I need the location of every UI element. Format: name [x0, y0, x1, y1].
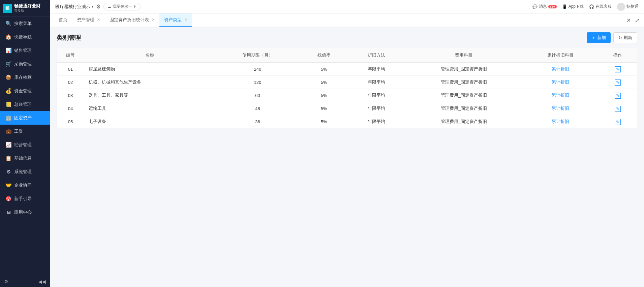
- tabbar: 首页 资产管理 ✕ 固定资产折旧统计表 ✕ 资产类型 ✕ ✕ ⤢: [50, 13, 644, 27]
- refresh-button[interactable]: ↻ 刷新: [613, 32, 637, 43]
- cell-period: 120: [215, 76, 300, 89]
- cell-method: 年限平均: [348, 76, 405, 89]
- sidebar-item-inventory[interactable]: 📦 库存核算: [0, 71, 50, 84]
- table-row: 02 机器、机械和其他生产设备 120 5% 年限平均 管理费用_固定资产折旧 …: [57, 76, 637, 89]
- cell-code: 04: [57, 102, 84, 115]
- sidebar-item-quicknav[interactable]: 🏠 快捷导航: [0, 30, 50, 44]
- cell-action[interactable]: ✎: [599, 89, 637, 102]
- sidebar-item-basic[interactable]: 📋 基础信息: [0, 152, 50, 165]
- message-button[interactable]: 💬 消息 99+: [532, 4, 557, 9]
- cell-action[interactable]: ✎: [599, 76, 637, 89]
- cell-accumulated: 累计折旧: [523, 102, 598, 115]
- cell-period: 36: [215, 115, 300, 128]
- table-row: 05 电子设备 36 5% 年限平均 管理费用_固定资产折旧 累计折旧 ✎: [57, 115, 637, 128]
- sidebar-item-fixed[interactable]: 🏢 固定资产: [0, 111, 50, 125]
- sidebar-nav: 🔍 搜索菜单 🏠 快捷导航 📊 销售管理 🛒 采购管理 📦 库存核算 💰 资金管…: [0, 17, 50, 276]
- sidebar-item-label: 企业协同: [14, 182, 32, 188]
- cell-name: 运输工具: [84, 102, 215, 115]
- phone-icon: 📱: [562, 4, 567, 9]
- sidebar-item-ledger[interactable]: 📒 总账管理: [0, 98, 50, 111]
- sidebar-item-label: 库存核算: [14, 74, 32, 81]
- apps-icon: 🖥: [5, 209, 11, 215]
- tab-asset-management[interactable]: 资产管理 ✕: [72, 13, 105, 27]
- cell-expense: 管理费用_固定资产折旧: [405, 115, 523, 128]
- edit-icon[interactable]: ✎: [615, 79, 621, 86]
- experience-button[interactable]: ☁ 我要体验一下: [103, 3, 141, 10]
- sidebar-item-funds[interactable]: 💰 资金管理: [0, 84, 50, 98]
- cell-expense: 管理费用_固定资产折旧: [405, 102, 523, 115]
- sidebar-settings-icon[interactable]: ⚙: [4, 279, 8, 284]
- customer-service-button[interactable]: 🎧 在线客服: [589, 4, 612, 9]
- cell-accumulated: 累计折旧: [523, 89, 598, 102]
- cell-method: 年限平均: [348, 63, 405, 76]
- edit-icon[interactable]: ✎: [615, 93, 621, 99]
- cell-residual: 5%: [300, 76, 348, 89]
- cell-action[interactable]: ✎: [599, 102, 637, 115]
- cell-expense: 管理费用_固定资产折旧: [405, 63, 523, 76]
- sidebar-item-payroll[interactable]: 💼 工资: [0, 125, 50, 138]
- edit-icon[interactable]: ✎: [615, 66, 621, 72]
- sidebar-item-apps[interactable]: 🖥 应用中心: [0, 205, 50, 219]
- sidebar-item-system[interactable]: ⚙ 系统管理: [0, 165, 50, 179]
- cell-accumulated: 累计折旧: [523, 76, 598, 89]
- sidebar-item-purchase[interactable]: 🛒 采购管理: [0, 57, 50, 71]
- col-name: 名称: [84, 48, 215, 63]
- payroll-icon: 💼: [5, 128, 11, 134]
- sidebar-item-label: 采购管理: [14, 61, 32, 67]
- message-icon: 💬: [532, 4, 538, 9]
- user-menu[interactable]: 畅捷通: [617, 3, 639, 11]
- tabbar-actions: ✕ ⤢: [626, 16, 640, 24]
- tab-asset-management-close[interactable]: ✕: [97, 18, 100, 22]
- cell-action[interactable]: ✎: [599, 115, 637, 128]
- cloud-icon: ☁: [107, 4, 111, 9]
- sidebar-item-label: 搜索菜单: [14, 21, 32, 27]
- company-name: 医疗器械行业演示: [55, 4, 90, 10]
- username-label: 畅捷通: [626, 4, 639, 9]
- customer-service-label: 在线客服: [595, 4, 612, 9]
- cell-period: 60: [215, 89, 300, 102]
- tab-home[interactable]: 首页: [54, 13, 72, 27]
- tab-close-icon[interactable]: ✕: [626, 16, 632, 24]
- tab-depreciation-stats-close[interactable]: ✕: [152, 18, 155, 22]
- fixed-icon: 🏢: [5, 115, 11, 121]
- cell-code: 01: [57, 63, 84, 76]
- tab-expand-icon[interactable]: ⤢: [634, 16, 640, 24]
- topbar-settings-icon[interactable]: ⚙: [96, 3, 101, 10]
- chevron-down-icon: ▾: [92, 5, 93, 8]
- cell-action[interactable]: ✎: [599, 63, 637, 76]
- col-accumulated: 累计折旧科目: [523, 48, 598, 63]
- cell-name: 器具、工具、家具等: [84, 89, 215, 102]
- headset-icon: 🎧: [589, 4, 594, 9]
- refresh-button-label: 刷新: [623, 35, 632, 41]
- avatar: [617, 3, 625, 11]
- plus-icon: ＋: [591, 35, 596, 41]
- sidebar-item-guide[interactable]: 🎯 新手引导: [0, 192, 50, 205]
- cell-name: 房屋及建筑物: [84, 63, 215, 76]
- sidebar-item-collab[interactable]: 🤝 企业协同: [0, 179, 50, 192]
- cell-period: 48: [215, 102, 300, 115]
- sidebar-item-label: 应用中心: [14, 209, 32, 215]
- edit-icon[interactable]: ✎: [615, 106, 621, 112]
- tab-depreciation-stats[interactable]: 固定资产折旧统计表 ✕: [105, 13, 159, 27]
- sidebar-item-sales[interactable]: 📊 销售管理: [0, 44, 50, 57]
- inventory-icon: 📦: [5, 74, 11, 81]
- cell-accumulated: 累计折旧: [523, 115, 598, 128]
- company-selector[interactable]: 医疗器械行业演示 ▾: [55, 4, 93, 10]
- cell-period: 240: [215, 63, 300, 76]
- tab-asset-type[interactable]: 资产类型 ✕: [159, 13, 192, 27]
- sidebar-item-search[interactable]: 🔍 搜索菜单: [0, 17, 50, 30]
- sidebar-collapse-icon[interactable]: ◀◀: [38, 279, 46, 284]
- app-download-button[interactable]: 📱 App下载: [562, 4, 584, 9]
- col-method: 折旧方法: [348, 48, 405, 63]
- funds-icon: 💰: [5, 88, 11, 94]
- sidebar-item-label: 系统管理: [14, 169, 32, 175]
- new-button[interactable]: ＋ 新增: [587, 32, 611, 43]
- col-expense: 费用科目: [405, 48, 523, 63]
- message-label: 消息: [539, 4, 547, 9]
- sidebar-item-operations[interactable]: 📈 经营管理: [0, 138, 50, 152]
- tab-asset-type-close[interactable]: ✕: [184, 18, 187, 22]
- cell-expense: 管理费用_固定资产折旧: [405, 76, 523, 89]
- main-area: 医疗器械行业演示 ▾ ⚙ ☁ 我要体验一下 💬 消息 99+ 📱 App下载 🎧…: [50, 0, 644, 287]
- edit-icon[interactable]: ✎: [615, 119, 621, 125]
- sidebar-item-label: 工资: [14, 128, 23, 134]
